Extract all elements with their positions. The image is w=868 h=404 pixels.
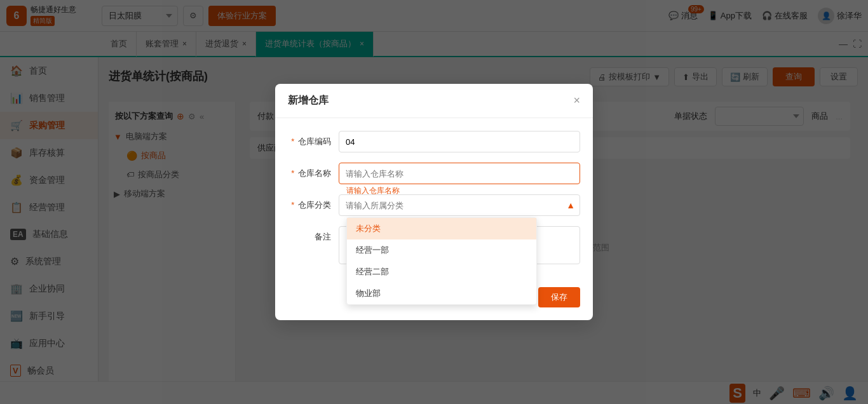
name-field-row: * 仓库名称 请输入仓库名称 (288, 163, 580, 184)
category-dropdown-toggle[interactable]: ▲ (566, 200, 575, 210)
dialog-body: * 仓库编码 * 仓库名称 请输入仓库名称 * 仓库分类 (275, 118, 593, 281)
dropdown-item-1[interactable]: 经营一部 (347, 239, 536, 261)
notes-label: 备注 (288, 226, 339, 243)
code-field-row: * 仓库编码 (288, 131, 580, 152)
dropdown-item-3[interactable]: 物业部 (347, 283, 536, 304)
code-required-star: * (291, 137, 294, 146)
code-label: * 仓库编码 (288, 131, 339, 147)
dialog-title: 新增仓库 (288, 94, 329, 107)
category-dropdown-list: 未分类 经营一部 经营二部 物业部 (346, 217, 537, 305)
category-required-star: * (291, 200, 294, 210)
category-label: * 仓库分类 (288, 194, 339, 211)
category-input-wrapper: ▲ (339, 194, 580, 216)
name-input[interactable] (339, 163, 580, 184)
dialog-close-button[interactable]: × (573, 94, 580, 107)
name-required-star: * (291, 168, 294, 178)
code-input[interactable] (339, 131, 580, 152)
name-label: * 仓库名称 (288, 163, 339, 179)
category-field-row: * 仓库分类 ▲ 未分类 经营一部 经营二部 物业部 (288, 194, 580, 216)
dropdown-item-0[interactable]: 未分类 (347, 218, 536, 239)
save-button[interactable]: 保存 (538, 287, 580, 307)
dialog-overlay: 新增仓库 × * 仓库编码 * 仓库名称 请输入仓库名称 (0, 0, 868, 404)
dialog-header: 新增仓库 × (275, 84, 593, 118)
category-input[interactable] (339, 194, 580, 216)
new-warehouse-dialog: 新增仓库 × * 仓库编码 * 仓库名称 请输入仓库名称 (275, 84, 593, 320)
dropdown-item-2[interactable]: 经营二部 (347, 261, 536, 283)
